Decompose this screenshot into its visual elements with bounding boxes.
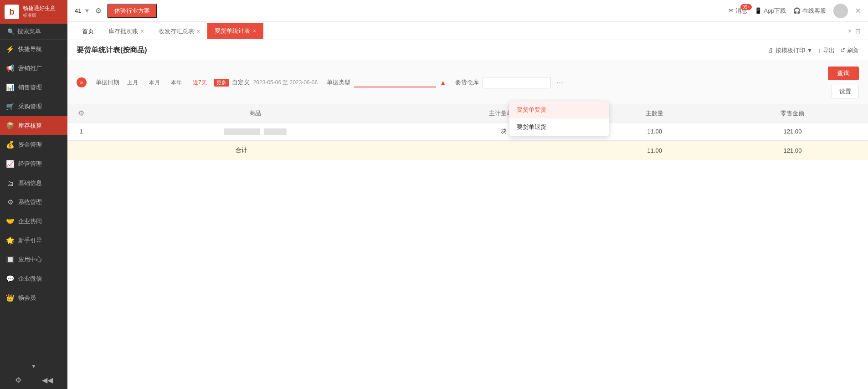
warehouse-filter-input[interactable] — [483, 77, 551, 88]
dropdown-order-return-label: 要货单退货 — [517, 123, 546, 130]
topbar-gear-icon[interactable]: ⚙ — [95, 6, 102, 15]
sidebar-item-finance[interactable]: 💰 资金管理 — [0, 135, 67, 154]
settings-footer-icon[interactable]: ⚙ — [15, 376, 21, 384]
sidebar-label-apps: 应用中心 — [18, 256, 42, 264]
tab-bar: 首页 库存批次账 × 收发存汇总表 × 要货单统计表 × × ⊡ — [67, 22, 868, 40]
tab-home[interactable]: 首页 — [75, 23, 101, 39]
filter-custom[interactable]: 自定义 — [232, 78, 250, 87]
filter-right-actions: 查询 设置 — [828, 67, 859, 98]
vip-icon: 👑 — [5, 293, 15, 302]
filter-last-month[interactable]: 上月 — [123, 77, 142, 88]
sidebar-item-inventory[interactable]: 📦 库存核算 — [0, 116, 67, 135]
tab-actions: × ⊡ — [848, 27, 861, 35]
tab-receive-summary-close[interactable]: × — [197, 28, 200, 35]
sidebar-item-marketing[interactable]: 📢 营销推广 — [0, 59, 67, 78]
collapse-sidebar-icon[interactable]: ◀◀ — [42, 376, 53, 384]
tab-inventory-batch[interactable]: 库存批次账 × — [101, 23, 151, 39]
sidebar-item-shortcut[interactable]: ⚡ 快捷导航 — [0, 40, 67, 59]
dropdown-item-order-return[interactable]: 要货单退货 — [509, 118, 609, 136]
filter-date-group: 单据日期 上月 本月 本年 近7天 更多 自定义 2023-05-06 至 20… — [96, 77, 318, 88]
filter-this-month[interactable]: 本月 — [145, 77, 164, 88]
tab-receive-summary-label: 收发存汇总表 — [159, 27, 194, 36]
filter-recent7[interactable]: 近7天 — [189, 77, 211, 88]
sidebar-item-vip[interactable]: 👑 畅会员 — [0, 288, 67, 307]
export-icon: ↓ — [818, 47, 822, 54]
tab-expand-icon[interactable]: ⊡ — [855, 27, 861, 35]
table-header-row: ⚙ 商品 主计量单位 主数量 零售金额 — [67, 104, 868, 123]
page-title: 要货单统计表(按商品) — [77, 46, 147, 55]
footer-label: 合计 — [67, 140, 416, 160]
sidebar-search[interactable]: 🔍 搜索菜单 — [0, 24, 67, 40]
footer-amount: 121.00 — [717, 140, 868, 160]
cell-product — [95, 123, 416, 141]
export-button[interactable]: ↓ 导出 — [818, 46, 835, 55]
sidebar-item-guide[interactable]: 🌟 新手引导 — [0, 231, 67, 250]
sidebar-item-basic[interactable]: 🗂 基础信息 — [0, 174, 67, 193]
sidebar-item-system[interactable]: ⚙ 系统管理 — [0, 193, 67, 212]
print-arrow-icon: ▼ — [807, 47, 813, 54]
online-service-button[interactable]: 🎧 在线客服 — [793, 7, 826, 15]
refresh-icon: ↺ — [840, 47, 845, 54]
table-settings-icon[interactable]: ⚙ — [78, 109, 84, 117]
sidebar-item-wechat[interactable]: 💬 企业微信 — [0, 269, 67, 288]
tab-receive-summary[interactable]: 收发存汇总表 × — [151, 23, 207, 39]
table-row: 1 块 11.00 121.00 — [67, 123, 868, 141]
tab-inventory-batch-close[interactable]: × — [141, 28, 144, 35]
sidebar-label-system: 系统管理 — [18, 198, 42, 206]
search-icon: 🔍 — [7, 28, 15, 35]
type-filter-arrow[interactable]: ▲ — [440, 79, 446, 86]
message-button[interactable]: ✉ 消息 99+ — [729, 7, 747, 15]
type-filter-input[interactable] — [354, 78, 436, 87]
sidebar-label-vip: 畅会员 — [18, 294, 36, 302]
expand-icon: » — [80, 79, 83, 86]
sidebar-item-apps[interactable]: 🔲 应用中心 — [0, 250, 67, 269]
template-print-button[interactable]: 🖨 按模板打印 ▼ — [768, 46, 813, 55]
purchase-icon: 🛒 — [5, 102, 15, 111]
col-quantity: 主数量 — [592, 104, 717, 123]
sidebar-label-sales: 销售管理 — [18, 83, 42, 92]
apps-icon: 🔲 — [5, 255, 15, 264]
refresh-button[interactable]: ↺ 刷新 — [840, 46, 859, 55]
scroll-down-icon[interactable]: ▼ — [31, 363, 36, 369]
template-print-label: 按模板打印 — [776, 46, 805, 55]
main-content: 41 ▼ ⚙ 体验行业方案 ✉ 消息 99+ 📱 App下载 🎧 在线客服 × — [67, 0, 868, 389]
filter-expand-button[interactable]: » — [77, 77, 87, 87]
filter-more-badge[interactable]: 更多 — [214, 79, 229, 87]
service-icon: 🎧 — [793, 7, 801, 14]
sidebar-nav: ⚡ 快捷导航 📢 营销推广 📊 销售管理 🛒 采购管理 📦 库存核算 💰 资金管… — [0, 40, 67, 362]
export-label: 导出 — [823, 46, 835, 55]
footer-quantity: 11.00 — [592, 140, 717, 160]
logo-icon: b — [5, 5, 19, 19]
query-button[interactable]: 查询 — [828, 67, 859, 80]
dropdown-order-goods-label: 要货单要货 — [517, 106, 546, 113]
filter-this-year[interactable]: 本年 — [167, 77, 186, 88]
page-content: 要货单统计表(按商品) 🖨 按模板打印 ▼ ↓ 导出 ↺ 刷新 — [67, 40, 868, 389]
product-blurred — [224, 128, 260, 135]
col-product: 商品 — [95, 104, 416, 123]
app-logo: b 畅捷通好生意 标准版 — [0, 0, 67, 24]
sidebar-item-collab[interactable]: 🤝 企业协同 — [0, 212, 67, 231]
tab-order-stats-close[interactable]: × — [253, 28, 256, 34]
warehouse-filter-label: 要货仓库 — [455, 78, 479, 87]
sidebar-label-finance: 资金管理 — [18, 141, 42, 149]
sidebar-label-wechat: 企业微信 — [18, 275, 42, 283]
dropdown-item-order-goods[interactable]: 要货单要货 — [509, 101, 609, 118]
topbar-close-icon[interactable]: × — [855, 5, 861, 16]
filter-bar: » 单据日期 上月 本月 本年 近7天 更多 自定义 2023-05-06 至 … — [67, 61, 868, 104]
sidebar-item-sales[interactable]: 📊 销售管理 — [0, 78, 67, 97]
sidebar-item-purchase[interactable]: 🛒 采购管理 — [0, 97, 67, 116]
operations-icon: 📈 — [5, 159, 15, 169]
set-button[interactable]: 设置 — [832, 85, 859, 98]
date-filter-label: 单据日期 — [96, 78, 119, 87]
cell-amount: 121.00 — [717, 123, 868, 141]
user-avatar[interactable] — [833, 4, 848, 18]
company-selector[interactable]: 41 ▼ — [75, 7, 90, 14]
trial-button[interactable]: 体验行业方案 — [107, 4, 157, 18]
tab-close-all-icon[interactable]: × — [848, 27, 852, 35]
app-download-button[interactable]: 📱 App下载 — [755, 7, 786, 15]
sidebar-item-operations[interactable]: 📈 经营管理 — [0, 154, 67, 174]
col-settings: ⚙ — [67, 104, 95, 123]
app-download-icon: 📱 — [755, 7, 762, 14]
tab-order-stats[interactable]: 要货单统计表 × — [207, 23, 263, 39]
filter-more-dots[interactable]: ··· — [556, 78, 563, 87]
